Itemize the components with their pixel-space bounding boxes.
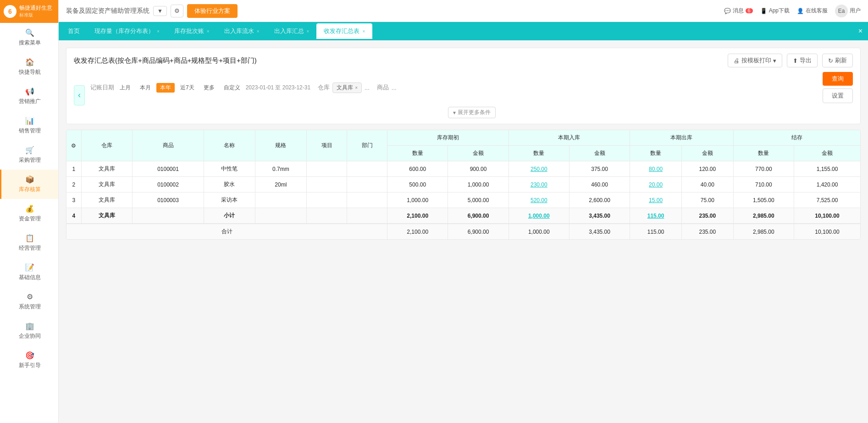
- table-cell: [307, 177, 347, 192]
- sidebar-item-label: 资金管理: [19, 215, 41, 223]
- date-btn-custom[interactable]: 自定义: [220, 83, 244, 93]
- tab-close-icon[interactable]: ×: [257, 29, 260, 34]
- logo-icon: 6: [4, 5, 17, 18]
- sidebar-item-enterprise[interactable]: 🏢 企业协同: [0, 316, 58, 346]
- table-cell[interactable]: 80.00: [630, 161, 682, 177]
- messages-action[interactable]: 💬 消息 6: [724, 7, 753, 15]
- tab-inout-summary-label: 出入库汇总: [274, 27, 304, 35]
- page-header-actions: 🖨 按模板打印 ▾ ⬆ 导出 ↻ 刷新: [728, 54, 853, 67]
- tab-inout-flow-label: 出入库流水: [224, 27, 254, 35]
- footer-in-amt: 3,435.00: [569, 224, 630, 239]
- table-cell: [307, 208, 347, 224]
- sidebar-item-quick-nav[interactable]: 🏠 快捷导航: [0, 52, 58, 82]
- sidebar-item-basic-info[interactable]: 📝 基础信息: [0, 258, 58, 287]
- tab-close-icon[interactable]: ×: [362, 29, 365, 34]
- print-button[interactable]: 🖨 按模板打印 ▾: [728, 54, 782, 67]
- tab-batch-account[interactable]: 库存批次账 ×: [167, 23, 217, 39]
- system-selector[interactable]: ▼: [153, 6, 167, 16]
- date-btn-more[interactable]: 更多: [200, 83, 218, 93]
- expand-more-button[interactable]: ▾ 展开更多条件: [448, 107, 496, 118]
- table-cell[interactable]: 1,000.00: [509, 208, 569, 224]
- sidebar-item-label: 营销推广: [19, 98, 41, 105]
- date-btn-this-year[interactable]: 本年: [156, 83, 175, 93]
- table-cell: 1,155.00: [794, 161, 860, 177]
- table-cell: 20ml: [255, 177, 307, 192]
- table-cell: [347, 192, 387, 208]
- target-icon: 🎯: [25, 351, 34, 360]
- user-action[interactable]: Ea 用户: [835, 5, 861, 17]
- sidebar-item-system[interactable]: ⚙ 系统管理: [0, 287, 58, 316]
- table-cell: 0100003: [132, 192, 204, 208]
- table-cell: 文具库: [81, 192, 132, 208]
- sidebar-item-search[interactable]: 🔍 搜索菜单: [0, 23, 58, 52]
- date-range-text: 2023-01-01 至 2023-12-31: [246, 84, 310, 92]
- export-button[interactable]: ⬆ 导出: [787, 54, 818, 67]
- tab-home[interactable]: 首页: [61, 23, 87, 39]
- sidebar-item-sales[interactable]: 📊 销售管理: [0, 111, 58, 140]
- footer-out-qty: 115.00: [630, 224, 682, 239]
- table-cell[interactable]: 20.00: [630, 177, 682, 192]
- th-balance: 结存: [733, 130, 860, 146]
- table-settings-icon[interactable]: ⚙: [71, 143, 76, 149]
- collapse-filter-button[interactable]: ‹: [74, 85, 85, 105]
- expand-row: ▾ 展开更多条件: [90, 107, 853, 118]
- footer-in-qty: 1,000.00: [509, 224, 569, 239]
- sidebar-item-marketing[interactable]: 📢 营销推广: [0, 82, 58, 111]
- warehouse-tag[interactable]: 文具库 ×: [332, 82, 362, 93]
- printer-icon: 🖨: [734, 57, 740, 64]
- sidebar-item-purchase[interactable]: 🛒 采购管理: [0, 140, 58, 170]
- table-cell: 0100002: [132, 177, 204, 192]
- app-download-action[interactable]: 📱 App下载: [760, 7, 790, 15]
- tab-close-icon[interactable]: ×: [157, 29, 160, 34]
- money-icon: 💰: [25, 204, 34, 213]
- sidebar-item-label: 快捷导航: [19, 68, 41, 76]
- table-body: 1文具库0100001中性笔0.7mm600.00900.00250.00375…: [66, 161, 860, 224]
- tab-inventory-dist[interactable]: 现存量（库存分布表） ×: [87, 23, 167, 39]
- tab-close-icon[interactable]: ×: [207, 29, 210, 34]
- th-in-qty: 数量: [509, 146, 569, 161]
- tab-inout-flow[interactable]: 出入库流水 ×: [217, 23, 267, 39]
- avatar: Ea: [835, 5, 848, 17]
- date-btn-last-month[interactable]: 上月: [116, 83, 134, 93]
- sidebar-item-operation[interactable]: 📋 经营管理: [0, 228, 58, 258]
- table-row: 1文具库0100001中性笔0.7mm600.00900.00250.00375…: [66, 161, 860, 177]
- table-cell: 460.00: [569, 177, 630, 192]
- sidebar-item-label: 新手引导: [19, 362, 41, 369]
- online-service-action[interactable]: 👤 在线客服: [797, 7, 828, 15]
- table-cell[interactable]: 15.00: [630, 192, 682, 208]
- tab-recv-send-summary[interactable]: 收发存汇总表 ×: [316, 23, 372, 39]
- settings-button[interactable]: ⚙: [171, 5, 183, 17]
- table-cell: 770.00: [733, 161, 794, 177]
- query-button[interactable]: 查询: [823, 72, 853, 86]
- sidebar-item-newbie[interactable]: 🎯 新手引导: [0, 346, 58, 375]
- date-btn-this-month[interactable]: 本月: [136, 83, 155, 93]
- tab-inout-summary[interactable]: 出入库汇总 ×: [267, 23, 317, 39]
- table-cell[interactable]: 520.00: [509, 192, 569, 208]
- goods-ellipsis[interactable]: ...: [392, 84, 397, 91]
- tab-bar-close-button[interactable]: ×: [855, 25, 866, 37]
- tab-close-icon[interactable]: ×: [307, 29, 310, 34]
- table-cell[interactable]: 115.00: [630, 208, 682, 224]
- th-warehouse: 仓库: [81, 130, 132, 161]
- table-cell[interactable]: 250.00: [509, 161, 569, 177]
- table-cell: 采访本: [204, 192, 255, 208]
- warehouse-ellipsis[interactable]: ...: [365, 84, 370, 91]
- th-dept: 部门: [347, 130, 387, 161]
- tab-batch-account-label: 库存批次账: [174, 27, 204, 35]
- filter-row-1: 记账日期 上月 本月 本年 近7天 更多 自定义 2023-01-01 至 20…: [90, 72, 853, 103]
- service-icon: 👤: [797, 8, 804, 14]
- trial-button[interactable]: 体验行业方案: [187, 4, 238, 18]
- th-name: 名称: [204, 130, 255, 161]
- warehouse-tag-close-icon[interactable]: ×: [355, 85, 358, 90]
- sidebar-item-finance[interactable]: 💰 资金管理: [0, 199, 58, 228]
- note-icon: 📝: [25, 263, 34, 272]
- table-cell: 375.00: [569, 161, 630, 177]
- th-open-amt: 金额: [448, 146, 509, 161]
- date-btn-7days[interactable]: 近7天: [177, 83, 198, 93]
- set-button[interactable]: 设置: [823, 88, 853, 103]
- messages-label: 消息: [733, 7, 744, 15]
- refresh-button[interactable]: ↻ 刷新: [822, 54, 853, 67]
- sidebar-item-inventory[interactable]: 📦 库存核算: [0, 170, 58, 199]
- table-cell: 文具库: [81, 177, 132, 192]
- table-cell[interactable]: 230.00: [509, 177, 569, 192]
